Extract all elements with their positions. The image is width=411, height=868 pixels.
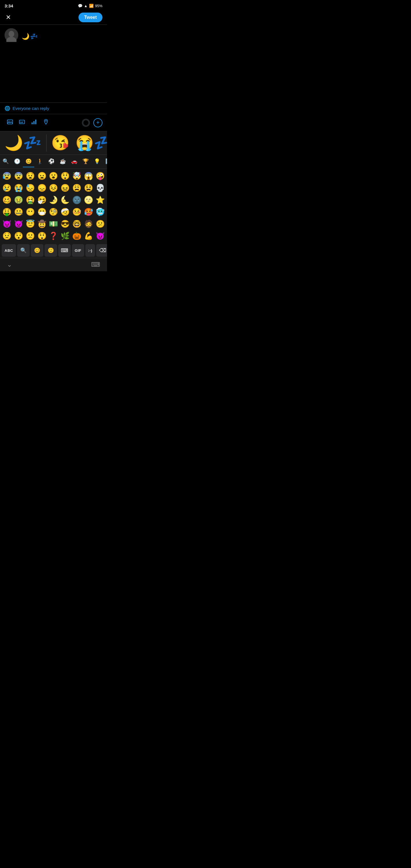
tab-activities[interactable]: ⚽: [46, 156, 57, 167]
emoji-cell[interactable]: 🤯: [71, 170, 83, 182]
emoji-cell[interactable]: 😲: [59, 170, 71, 182]
svg-rect-7: [32, 123, 33, 124]
emoji-cell[interactable]: 💪: [83, 230, 94, 242]
emoji-cell[interactable]: 💀: [94, 182, 106, 194]
svg-point-11: [83, 120, 89, 126]
battery-text: 95%: [95, 4, 102, 8]
emoji-cell[interactable]: 🌜: [59, 194, 71, 206]
emoji-suggestion-2[interactable]: 😭💤: [73, 134, 107, 152]
emoji-suggestion-1[interactable]: 😘: [49, 134, 72, 152]
emoji-cell[interactable]: 😕: [94, 218, 106, 230]
location-button[interactable]: [40, 117, 51, 129]
sticker-button[interactable]: 🔍: [17, 244, 30, 257]
emoji-cell[interactable]: 🤐: [13, 206, 25, 218]
emoji-cell[interactable]: 😇: [25, 218, 36, 230]
emoji-cell[interactable]: 🥶: [94, 206, 106, 218]
emoji-cell[interactable]: 🤠: [36, 218, 48, 230]
tab-symbols[interactable]: 💡: [91, 156, 103, 167]
tweet-button[interactable]: Tweet: [78, 12, 102, 22]
emoji-cell[interactable]: 😫: [83, 182, 94, 194]
emoji-cell[interactable]: 😶: [25, 206, 36, 218]
emoji-cell[interactable]: 🤪: [94, 170, 106, 182]
wifi-icon: ▲: [84, 4, 88, 8]
emoji-cell[interactable]: 😭: [13, 182, 25, 194]
emoji-cell[interactable]: 🧔: [83, 218, 94, 230]
emoji-cell[interactable]: ❓: [48, 230, 59, 242]
poll-button[interactable]: [29, 117, 39, 129]
emoji-cell[interactable]: 🤮: [25, 194, 36, 206]
chat-icon: 💬: [78, 4, 83, 8]
keyboard-settings-button[interactable]: ⌨: [89, 260, 102, 270]
backspace-button[interactable]: ⌫: [96, 244, 107, 257]
emoji-cell[interactable]: 💵: [48, 218, 59, 230]
tab-search[interactable]: 🔍: [0, 156, 11, 167]
emoji-cell[interactable]: 👿: [13, 218, 25, 230]
emoji-cell[interactable]: 🥵: [83, 206, 94, 218]
add-tweet-button[interactable]: +: [93, 118, 102, 127]
bottom-bar: ⌄ ⌨: [0, 258, 107, 271]
toolbar: GIF +: [0, 114, 107, 131]
tab-travel[interactable]: 🚗: [68, 156, 80, 167]
emoticons-button[interactable]: :-): [85, 244, 95, 257]
svg-point-10: [45, 120, 47, 122]
emoji-cell[interactable]: 😖: [59, 182, 71, 194]
svg-point-4: [8, 121, 9, 122]
collapse-keyboard-button[interactable]: ⌄: [5, 260, 14, 270]
emoji-cell[interactable]: 🤒: [71, 206, 83, 218]
tab-food[interactable]: ☕: [57, 156, 68, 167]
tab-smileys[interactable]: 😊: [23, 156, 34, 167]
tab-objects[interactable]: 🏆: [80, 156, 91, 167]
emoji-cell[interactable]: 😟: [1, 230, 13, 242]
emoji-cell[interactable]: 🤧: [36, 194, 48, 206]
emoji-cell[interactable]: 🤑: [1, 206, 13, 218]
gif-keyboard-button[interactable]: GIF: [72, 244, 84, 257]
emoji-cell[interactable]: 😎: [59, 218, 71, 230]
emoji-cell[interactable]: 😈: [94, 230, 106, 242]
tab-people[interactable]: 🚶: [34, 156, 46, 167]
emoji-cell[interactable]: 😮: [48, 170, 59, 182]
emoji-cell[interactable]: 😧: [25, 170, 36, 182]
svg-rect-9: [35, 120, 36, 124]
image-button[interactable]: [5, 117, 15, 129]
emoji-cell[interactable]: 😩: [71, 182, 83, 194]
keyboard-alt-button[interactable]: ⌨: [58, 244, 71, 257]
emoji-cell[interactable]: 🤓: [71, 218, 83, 230]
reply-setting[interactable]: 🌐 Everyone can reply: [0, 102, 107, 114]
emoji-cell[interactable]: 😱: [83, 170, 94, 182]
emoji-cell[interactable]: 😦: [36, 170, 48, 182]
close-button[interactable]: ✕: [5, 12, 12, 22]
face-button[interactable]: 🙂: [44, 244, 57, 257]
tweet-text[interactable]: 🌙💤: [22, 31, 102, 40]
emoji-cell[interactable]: 😰: [1, 170, 13, 182]
emoji-cell[interactable]: 🎃: [71, 230, 83, 242]
abc-button[interactable]: ABC: [2, 244, 16, 257]
emoji-cell[interactable]: 🌚: [71, 194, 83, 206]
emoji-cell[interactable]: 😨: [13, 170, 25, 182]
emoji-cell[interactable]: 😓: [25, 182, 36, 194]
emoji-cell[interactable]: 😣: [48, 182, 59, 194]
status-icons: 💬 ▲ 📶 95%: [78, 4, 102, 8]
emoji-cell[interactable]: 😷: [36, 206, 48, 218]
emoji-cell[interactable]: 🥴: [1, 194, 13, 206]
emoji-suggestions-bar: 🌙💤 😘 😭💤 🥺💤 🙈: [0, 131, 107, 155]
emoji-cell[interactable]: 😲: [36, 230, 48, 242]
gif-button[interactable]: GIF: [17, 117, 27, 129]
emoji-cell[interactable]: 😈: [1, 218, 13, 230]
emoji-cell[interactable]: 🤕: [59, 206, 71, 218]
emoji-cell[interactable]: 🙁: [25, 230, 36, 242]
emoji-cell[interactable]: 😢: [1, 182, 13, 194]
emoji-cell[interactable]: 🧐: [48, 206, 59, 218]
tab-recent[interactable]: 🕐: [11, 156, 23, 167]
emoji-button[interactable]: 😊: [31, 244, 43, 257]
emoji-suggestion-0[interactable]: 🌙💤: [2, 134, 44, 152]
emoji-cell[interactable]: 🌝: [83, 194, 94, 206]
emoji-cell[interactable]: 😞: [36, 182, 48, 194]
avatar: [5, 28, 18, 42]
emoji-cell[interactable]: 😯: [13, 230, 25, 242]
emoji-cell[interactable]: 🤢: [13, 194, 25, 206]
emoji-cell[interactable]: ⭐: [94, 194, 106, 206]
emoji-cell[interactable]: 🌛: [48, 194, 59, 206]
globe-icon: 🌐: [5, 106, 10, 111]
emoji-cell[interactable]: 🌿: [59, 230, 71, 242]
tab-others[interactable]: 🔣: [103, 156, 107, 167]
